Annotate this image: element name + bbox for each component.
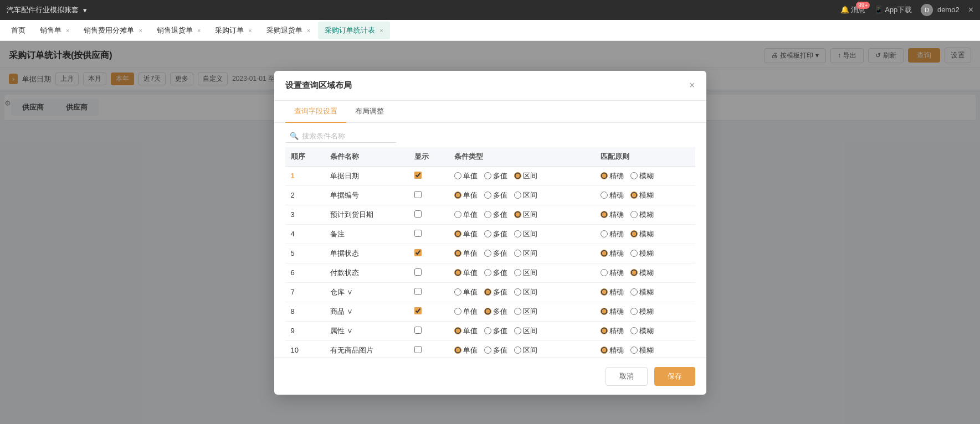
match-option-精确[interactable]: 精确 [601, 249, 624, 258]
type-option-区间[interactable]: 区间 [514, 345, 537, 355]
display-checkbox[interactable] [414, 327, 422, 334]
user-area[interactable]: D demo2 [921, 4, 959, 16]
match-radio-精确[interactable] [601, 211, 608, 218]
type-radio-单值[interactable] [454, 327, 461, 334]
type-radio-多值[interactable] [484, 211, 491, 218]
type-option-多值[interactable]: 多值 [484, 287, 507, 297]
match-radio-精确[interactable] [601, 327, 608, 334]
type-option-多值[interactable]: 多值 [484, 268, 507, 278]
match-radio-模糊[interactable] [630, 211, 638, 218]
type-option-单值[interactable]: 单值 [454, 268, 478, 278]
type-radio-区间[interactable] [514, 308, 521, 315]
match-radio-模糊[interactable] [630, 327, 638, 334]
type-option-区间[interactable]: 区间 [514, 307, 537, 317]
type-option-多值[interactable]: 多值 [484, 345, 507, 355]
tab-purchase-order[interactable]: 采购订单 × [208, 22, 258, 39]
display-checkbox[interactable] [414, 307, 422, 314]
match-radio-精确[interactable] [601, 230, 608, 237]
type-option-单值[interactable]: 单值 [454, 190, 478, 200]
type-option-单值[interactable]: 单值 [454, 171, 478, 181]
type-radio-区间[interactable] [514, 327, 521, 334]
type-radio-区间[interactable] [514, 288, 521, 296]
notification-area[interactable]: 🔔 消息 99+ [840, 5, 866, 15]
type-radio-多值[interactable] [484, 192, 491, 199]
match-option-精确[interactable]: 精确 [601, 190, 624, 200]
match-option-模糊[interactable]: 模糊 [630, 190, 654, 200]
tab-sales-expense-close[interactable]: × [138, 27, 142, 34]
type-radio-单值[interactable] [454, 288, 461, 296]
tab-purchase-return-close[interactable]: × [307, 27, 310, 34]
type-radio-单值[interactable] [454, 250, 461, 257]
type-option-多值[interactable]: 多值 [484, 229, 507, 239]
display-checkbox[interactable] [414, 346, 422, 353]
display-checkbox[interactable] [414, 288, 422, 295]
match-option-精确[interactable]: 精确 [601, 345, 624, 355]
match-radio-模糊[interactable] [630, 250, 638, 257]
display-checkbox[interactable] [414, 249, 422, 256]
type-radio-多值[interactable] [484, 172, 491, 179]
type-radio-多值[interactable] [484, 288, 491, 296]
type-option-单值[interactable]: 单值 [454, 326, 478, 336]
match-radio-精确[interactable] [601, 308, 608, 315]
type-option-区间[interactable]: 区间 [514, 326, 537, 336]
match-radio-模糊[interactable] [630, 288, 638, 296]
type-option-单值[interactable]: 单值 [454, 307, 478, 317]
type-option-区间[interactable]: 区间 [514, 268, 537, 278]
type-radio-多值[interactable] [484, 250, 491, 257]
type-radio-多值[interactable] [484, 327, 491, 334]
match-radio-精确[interactable] [601, 172, 608, 179]
type-radio-单值[interactable] [454, 308, 461, 315]
type-option-多值[interactable]: 多值 [484, 249, 507, 258]
match-radio-精确[interactable] [601, 288, 608, 296]
type-radio-区间[interactable] [514, 211, 521, 218]
match-radio-模糊[interactable] [630, 347, 638, 354]
type-radio-多值[interactable] [484, 308, 491, 315]
match-option-模糊[interactable]: 模糊 [630, 287, 654, 297]
match-option-模糊[interactable]: 模糊 [630, 229, 654, 239]
type-radio-单值[interactable] [454, 211, 461, 218]
type-option-区间[interactable]: 区间 [514, 287, 537, 297]
match-option-精确[interactable]: 精确 [601, 326, 624, 336]
type-option-多值[interactable]: 多值 [484, 171, 507, 181]
match-radio-模糊[interactable] [630, 308, 638, 315]
match-radio-精确[interactable] [601, 192, 608, 199]
type-option-单值[interactable]: 单值 [454, 345, 478, 355]
match-option-模糊[interactable]: 模糊 [630, 171, 654, 181]
type-radio-区间[interactable] [514, 192, 521, 199]
type-radio-多值[interactable] [484, 269, 491, 276]
match-radio-模糊[interactable] [630, 269, 638, 276]
type-radio-单值[interactable] [454, 172, 461, 179]
save-button[interactable]: 保存 [654, 367, 695, 386]
match-option-精确[interactable]: 精确 [601, 287, 624, 297]
match-radio-模糊[interactable] [630, 192, 638, 199]
app-download-area[interactable]: 📱 App下载 [874, 5, 912, 15]
type-radio-区间[interactable] [514, 347, 521, 354]
match-option-模糊[interactable]: 模糊 [630, 210, 654, 220]
display-checkbox[interactable] [414, 172, 422, 179]
tab-sales-order[interactable]: 销售单 × [33, 22, 76, 39]
display-checkbox[interactable] [414, 230, 422, 237]
type-option-区间[interactable]: 区间 [514, 190, 537, 200]
match-radio-模糊[interactable] [630, 172, 638, 179]
match-option-模糊[interactable]: 模糊 [630, 326, 654, 336]
type-radio-单值[interactable] [454, 347, 461, 354]
type-radio-单值[interactable] [454, 230, 461, 237]
tab-sales-return[interactable]: 销售退货单 × [150, 22, 207, 39]
type-option-单值[interactable]: 单值 [454, 249, 478, 258]
modal-close-button[interactable]: × [689, 80, 695, 91]
modal-tab-fields[interactable]: 查询字段设置 [285, 101, 346, 123]
type-radio-多值[interactable] [484, 347, 491, 354]
match-option-精确[interactable]: 精确 [601, 307, 624, 317]
tab-purchase-stats[interactable]: 采购订单统计表 × [318, 22, 389, 39]
type-radio-区间[interactable] [514, 230, 521, 237]
type-option-单值[interactable]: 单值 [454, 229, 478, 239]
search-input[interactable] [302, 132, 391, 140]
type-option-多值[interactable]: 多值 [484, 210, 507, 220]
match-radio-精确[interactable] [601, 347, 608, 354]
type-radio-区间[interactable] [514, 250, 521, 257]
match-option-模糊[interactable]: 模糊 [630, 268, 654, 278]
display-checkbox[interactable] [414, 268, 422, 276]
type-option-单值[interactable]: 单值 [454, 210, 478, 220]
type-option-区间[interactable]: 区间 [514, 249, 537, 258]
match-option-模糊[interactable]: 模糊 [630, 307, 654, 317]
